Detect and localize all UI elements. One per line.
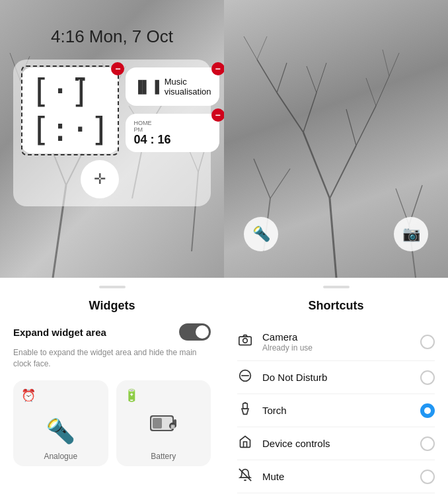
radio-mute[interactable] xyxy=(420,470,435,484)
remove-clock-btn[interactable]: − xyxy=(211,108,224,122)
svg-marker-53 xyxy=(242,409,248,414)
music-bar-icon: ▐▌▐ xyxy=(133,80,159,94)
expand-label: Expand widget area xyxy=(13,327,106,338)
shortcut-text-torch: Torch xyxy=(262,405,411,416)
time-display: 4:16 Mon, 7 Oct xyxy=(51,26,173,47)
drag-handle-right[interactable] xyxy=(323,286,350,288)
radio-camera[interactable] xyxy=(420,335,435,349)
svg-point-49 xyxy=(243,338,248,343)
clock-preview-icon: ⏰ xyxy=(21,388,36,403)
drag-handle-left[interactable] xyxy=(99,286,126,288)
remove-music-btn[interactable]: − xyxy=(211,62,224,75)
radio-dnd[interactable] xyxy=(420,370,435,385)
shortcut-item-torch[interactable]: Torch xyxy=(237,394,435,427)
radio-device[interactable] xyxy=(420,436,435,451)
torch-shortcut-btn[interactable]: 🔦 xyxy=(244,217,278,251)
icon-device xyxy=(237,435,253,452)
svg-line-32 xyxy=(244,36,257,60)
remove-face-btn[interactable]: − xyxy=(111,62,124,75)
preview-analogue-label: Analogue xyxy=(44,452,77,461)
right-panel: 🔦 📷 Shortcuts Camera Already in use Do N… xyxy=(224,0,448,496)
svg-line-31 xyxy=(277,63,287,93)
shortcut-name-device: Device controls xyxy=(262,438,411,449)
shortcut-text-device: Device controls xyxy=(262,438,411,449)
svg-text:⊞: ⊞ xyxy=(170,424,175,430)
svg-line-33 xyxy=(257,36,267,60)
widget-previews: ⏰ 🔦 Analogue 🔋 ⊞ Battery xyxy=(13,380,211,466)
torch-btn-icon: 🔦 xyxy=(252,226,270,243)
shortcut-item-dnd[interactable]: Do Not Disturb xyxy=(237,361,435,394)
camera-shortcut-btn[interactable]: 📷 xyxy=(394,217,428,251)
svg-line-44 xyxy=(270,169,290,198)
clock-home: HOME xyxy=(133,120,211,126)
widget-move-btn[interactable]: ✛ xyxy=(81,160,119,198)
widgets-title: Widgets xyxy=(13,299,211,313)
svg-line-30 xyxy=(257,60,277,93)
battery-image: ⊞ xyxy=(147,407,179,445)
svg-line-27 xyxy=(330,145,356,198)
shortcut-text-camera: Camera Already in use xyxy=(262,331,411,352)
face-icon: [·̈] [:·] xyxy=(21,65,119,155)
svg-line-25 xyxy=(330,198,336,278)
left-panel: 4:16 Mon, 7 Oct − [·̈] [:·] − ▐▌▐ Music … xyxy=(0,0,224,496)
shortcut-sub-camera: Already in use xyxy=(262,343,411,352)
svg-rect-52 xyxy=(243,403,248,409)
widget-preview-battery[interactable]: 🔋 ⊞ Battery xyxy=(116,380,211,466)
svg-line-38 xyxy=(376,76,389,106)
widget-music[interactable]: − ▐▌▐ Music visualisation xyxy=(126,67,219,106)
svg-line-34 xyxy=(307,66,317,93)
svg-line-26 xyxy=(303,132,330,198)
shortcut-text-dnd: Do Not Disturb xyxy=(262,372,411,383)
clock-pm: PM xyxy=(133,126,211,133)
shortcut-list: Camera Already in use Do Not Disturb Tor… xyxy=(237,323,435,496)
music-label: Music visualisation xyxy=(165,77,211,97)
expand-toggle[interactable] xyxy=(179,323,211,341)
widget-preview-analogue[interactable]: ⏰ 🔦 Analogue xyxy=(13,380,108,466)
shortcut-text-mute: Mute xyxy=(262,471,411,482)
shortcut-name-dnd: Do Not Disturb xyxy=(262,372,411,383)
right-wallpaper: 🔦 📷 xyxy=(224,0,448,278)
shortcut-item-camera[interactable]: Camera Already in use xyxy=(237,323,435,361)
icon-camera xyxy=(237,334,253,351)
camera-btn-icon: 📷 xyxy=(402,226,420,243)
right-bottom-sheet: Shortcuts Camera Already in use Do Not D… xyxy=(224,272,448,496)
widget-clock[interactable]: − HOME PM 04 : 16 xyxy=(126,114,219,152)
shortcut-name-mute: Mute xyxy=(262,471,411,482)
toggle-knob xyxy=(196,325,209,339)
analogue-image: 🔦 xyxy=(46,417,75,445)
shortcut-name-camera: Camera xyxy=(262,331,411,343)
radio-torch[interactable] xyxy=(420,403,435,418)
svg-line-29 xyxy=(303,93,317,132)
widget-face[interactable]: − [·̈] [:·] xyxy=(21,67,119,153)
shortcut-item-qr[interactable]: QR code scanner xyxy=(237,493,435,496)
svg-line-28 xyxy=(277,93,303,132)
svg-line-37 xyxy=(346,109,356,145)
svg-line-41 xyxy=(383,50,389,76)
icon-torch xyxy=(237,402,253,419)
svg-line-35 xyxy=(317,63,326,93)
svg-line-43 xyxy=(254,159,270,198)
hint-text: Enable to expand the widget area and hid… xyxy=(13,347,211,370)
battery-preview-icon: 🔋 xyxy=(124,388,139,403)
icon-dnd xyxy=(237,369,253,386)
battery-svg: ⊞ xyxy=(147,407,179,439)
icon-mute xyxy=(237,468,253,485)
svg-line-55 xyxy=(239,469,251,481)
svg-line-39 xyxy=(366,78,376,106)
shortcut-name-torch: Torch xyxy=(262,405,411,416)
svg-rect-22 xyxy=(153,418,162,429)
shortcuts-title: Shortcuts xyxy=(237,299,435,313)
shortcut-item-device[interactable]: Device controls xyxy=(237,427,435,460)
preview-battery-label: Battery xyxy=(151,452,176,461)
svg-line-40 xyxy=(389,53,399,76)
expand-toggle-row: Expand widget area xyxy=(13,323,211,341)
clock-digits: 04 : 16 xyxy=(133,133,211,147)
widget-container: − [·̈] [:·] − ▐▌▐ Music visualisation − … xyxy=(13,60,211,206)
left-wallpaper: 4:16 Mon, 7 Oct − [·̈] [:·] − ▐▌▐ Music … xyxy=(0,0,224,278)
svg-line-36 xyxy=(356,106,376,145)
left-bottom-sheet: Widgets Expand widget area Enable to exp… xyxy=(0,272,224,496)
shortcut-item-mute[interactable]: Mute xyxy=(237,460,435,493)
